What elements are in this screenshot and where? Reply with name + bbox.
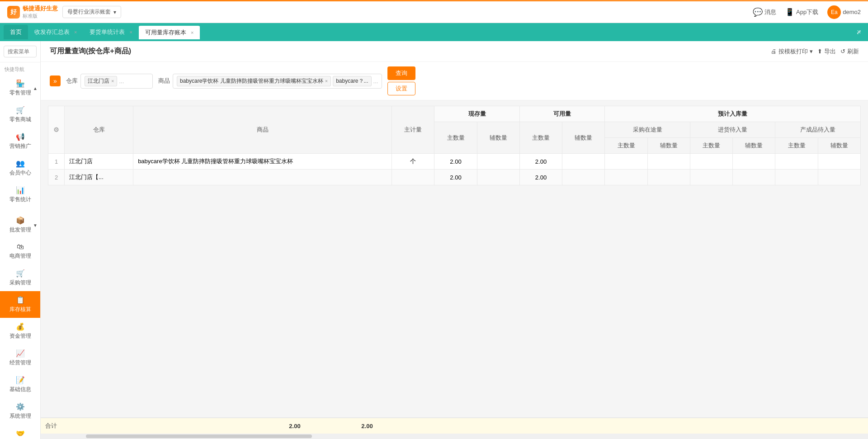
product-label: 商品 <box>158 77 170 85</box>
bottom-scrollbar[interactable] <box>41 434 868 439</box>
avatar: Ea <box>827 5 841 19</box>
sidebar-item-inventory-check[interactable]: 📋 库存核算 <box>0 291 40 318</box>
filter-expand-button[interactable]: » <box>50 76 61 86</box>
sidebar-item-retail-mgmt[interactable]: 🏪 零售管理 ▲ <box>0 75 40 101</box>
col-unit-header: 主计量 <box>392 106 434 154</box>
retail-mall-icon: 🛒 <box>16 106 25 114</box>
tab-receive-send[interactable]: 收发存汇总表 × <box>28 25 83 39</box>
sidebar-item-wholesale-mgmt[interactable]: 📦 批发管理 ▼ <box>0 212 40 238</box>
sidebar-search-area <box>0 41 40 62</box>
refresh-icon: ↺ <box>840 48 845 55</box>
refresh-button[interactable]: ↺ 刷新 <box>840 47 859 56</box>
main-layout: 快捷导航 🏪 零售管理 ▲ 🛒 零售商城 📢 营销推广 👥 会员中心 📊 零售统… <box>0 41 868 439</box>
row-product-1 <box>133 170 392 185</box>
col-purchase-main-header: 主数量 <box>605 138 647 154</box>
product-filter: 商品 babycare学饮杯 儿童防摔防撞吸管杯重力球吸嘴杯宝宝水杯 × bab… <box>158 74 382 89</box>
page-title: 可用量查询(按仓库+商品) <box>50 47 131 61</box>
col-current-stock-header: 现存量 <box>434 106 520 122</box>
table-row: 2 江北门店【... 2.00 2.00 <box>48 170 861 185</box>
table-area: ⚙ 仓库 商品 主计量 现存量 可用量 预计入库量 主数量 辅数量 主数量 辅数… <box>41 100 868 417</box>
sidebar-item-system-mgmt[interactable]: ⚙️ 系统管理 <box>0 398 40 425</box>
sidebar-item-ecommerce[interactable]: 🛍 电商管理 <box>0 238 40 264</box>
row-purchase-main-1 <box>605 170 647 185</box>
retail-mgmt-icon: 🏪 <box>16 79 25 88</box>
order-stats-label: 要货单统计表 <box>90 28 125 36</box>
col-production-group-header: 产成品待入量 <box>775 122 861 138</box>
logo-area: 好 畅捷通好生意 标准版 <box>7 5 58 19</box>
col-production-main-header: 主数量 <box>775 138 818 154</box>
industry-selector[interactable]: 母婴行业演示账套 ▾ <box>62 6 121 18</box>
tab-home[interactable]: 首页 <box>4 25 28 39</box>
warehouse-tag-1: 江北门店 × <box>85 76 117 86</box>
search-input[interactable] <box>4 46 37 57</box>
sidebar-item-purchase-mgmt[interactable]: 🛒 采购管理 <box>0 264 40 291</box>
sidebar-item-member-center[interactable]: 👥 会员中心 <box>0 155 40 181</box>
row-purchase-aux-1 <box>647 170 690 185</box>
filter-bar: » 仓库 江北门店 × ... 商品 babycare学饮杯 儿童防摔防撞吸管杯… <box>41 62 868 100</box>
warehouse-more[interactable]: ... <box>119 78 124 85</box>
tab-close-receive-send[interactable]: × <box>74 29 77 35</box>
col-available-header: 可用量 <box>519 106 605 122</box>
col-purchase-aux-header: 辅数量 <box>647 138 690 154</box>
query-button[interactable]: 查询 <box>387 66 415 80</box>
warehouse-label: 仓库 <box>66 77 78 85</box>
logo-text: 畅捷通好生意 标准版 <box>23 5 58 19</box>
col-purchase-group-header: 采购在途量 <box>605 122 690 138</box>
sidebar-item-operation-mgmt[interactable]: 📈 经营管理 <box>0 345 40 371</box>
row-available-aux-1 <box>562 170 605 185</box>
warehouse-input-box[interactable]: 江北门店 × ... <box>80 74 153 89</box>
row-incoming-main-1 <box>690 170 732 185</box>
wholesale-icon: 📦 <box>16 216 25 225</box>
sidebar-item-retail-mall[interactable]: 🛒 零售商城 <box>0 101 40 128</box>
purchase-icon: 🛒 <box>16 269 25 278</box>
user-profile[interactable]: Ea demo2 <box>827 5 861 19</box>
receive-send-label: 收发存汇总表 <box>34 28 70 36</box>
col-available-main-header: 主数量 <box>519 122 562 154</box>
sidebar-item-basic-info[interactable]: 📝 基础信息 <box>0 371 40 398</box>
print-icon: 🖨 <box>771 48 777 55</box>
row-current-aux-0 <box>477 154 519 170</box>
tab-close-order-stats[interactable]: × <box>129 29 132 35</box>
col-current-main-header: 主数量 <box>434 122 477 154</box>
marketing-icon: 📢 <box>16 132 25 141</box>
col-product-header: 商品 <box>133 106 392 154</box>
export-button[interactable]: ⬆ 导出 <box>817 47 836 56</box>
sidebar-item-retail-stats[interactable]: 📊 零售统计 <box>0 181 40 208</box>
table-footer: 合计 2.00 2.00 <box>41 417 868 434</box>
app-download-button[interactable]: 📱 App下载 <box>785 8 818 16</box>
settings-button[interactable]: 设置 <box>387 82 415 95</box>
row-production-aux-1 <box>818 170 860 185</box>
print-button[interactable]: 🖨 按模板打印 ▾ <box>771 47 813 56</box>
warehouse-tag-close[interactable]: × <box>111 78 114 84</box>
user-name: demo2 <box>843 9 861 15</box>
row-production-main-0 <box>775 154 818 170</box>
product-more[interactable]: ... <box>373 78 378 85</box>
tab-close-available-stock[interactable]: × <box>191 30 193 35</box>
app-icon: 📱 <box>785 8 794 16</box>
message-button[interactable]: 💬 消息 <box>753 7 776 17</box>
footer-label: 合计 <box>45 422 57 430</box>
tab-available-stock[interactable]: 可用量库存账本 × <box>139 25 200 39</box>
warehouse-filter: 仓库 江北门店 × ... <box>66 74 153 89</box>
nav-label: 快捷导航 <box>0 62 40 75</box>
table-settings-icon[interactable]: ⚙ <box>53 126 59 133</box>
row-current-main-1: 2.00 <box>434 170 477 185</box>
row-warehouse-0: 江北门店 <box>65 154 133 170</box>
col-current-aux-header: 辅数量 <box>477 122 519 154</box>
sidebar-item-marketing[interactable]: 📢 营销推广 <box>0 128 40 155</box>
data-table: ⚙ 仓库 商品 主计量 现存量 可用量 预计入库量 主数量 辅数量 主数量 辅数… <box>48 106 861 185</box>
tab-order-stats[interactable]: 要货单统计表 × <box>83 25 138 39</box>
export-icon: ⬆ <box>817 48 822 55</box>
basic-info-icon: 📝 <box>16 376 25 384</box>
col-incoming-aux-header: 辅数量 <box>733 138 775 154</box>
col-forecast-header: 预计入库量 <box>605 106 861 122</box>
sidebar-item-finance-mgmt[interactable]: 💰 资金管理 <box>0 318 40 345</box>
row-production-aux-0 <box>818 154 860 170</box>
sidebar-item-enterprise-collab[interactable]: 🤝 企业协同 <box>0 425 40 439</box>
expand-button[interactable]: ⤢ <box>854 27 864 38</box>
finance-icon: 💰 <box>16 322 25 331</box>
product-input-box[interactable]: babycare学饮杯 儿童防摔防撞吸管杯重力球吸嘴杯宝宝水杯 × babyca… <box>173 74 382 89</box>
row-current-aux-1 <box>477 170 519 185</box>
product-tag-close-1[interactable]: × <box>325 78 328 84</box>
member-icon: 👥 <box>16 159 25 168</box>
